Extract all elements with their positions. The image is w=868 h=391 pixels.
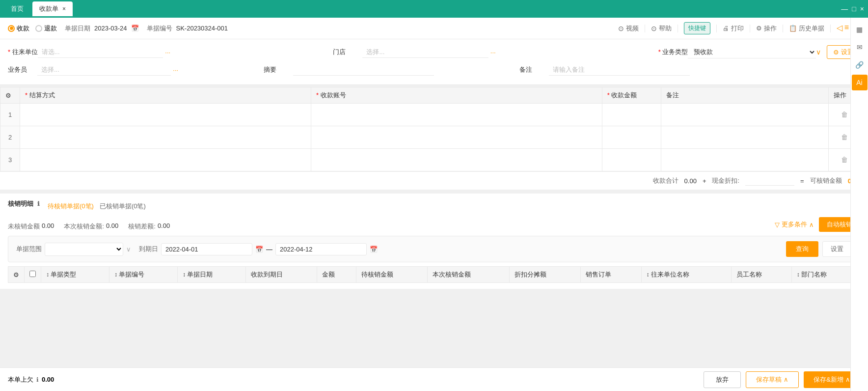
date-from-input[interactable] (161, 243, 252, 255)
settings-icon: ⚙ (833, 49, 839, 56)
bottom-info-icon[interactable]: ℹ (36, 376, 39, 383)
data-table-settings-header[interactable]: ⚙ (8, 267, 25, 283)
row-delete-icon-1[interactable]: 🗑 (841, 111, 848, 119)
verify-tab-pending[interactable]: 待核销单据(0笔) (48, 202, 94, 211)
table-settings-icon[interactable]: ⚙ (5, 92, 11, 99)
tab-home[interactable]: 首页 (4, 1, 30, 16)
operation-icon: ⚙ (756, 25, 762, 32)
query-button[interactable]: 查询 (786, 241, 818, 257)
row-num-2: 2 (0, 126, 20, 149)
calendar-to-icon[interactable]: 📅 (370, 246, 378, 253)
operation-action[interactable]: ⚙ 操作 (756, 24, 777, 33)
row-num-1: 1 (0, 104, 20, 126)
data-settings-icon[interactable]: ⚙ (13, 271, 19, 279)
maximize-icon[interactable]: □ (852, 5, 856, 13)
calendar-from-icon[interactable]: 📅 (255, 246, 263, 253)
form-row-1: 往来单位 ··· 门店 ··· 业务类型 预收款 ∨ ⚙ 设置 (8, 45, 860, 59)
verify-tab-done[interactable]: 已核销单据(0笔) (100, 202, 146, 211)
window-close-icon[interactable]: × (860, 5, 864, 13)
remark-field: 备注 (519, 64, 690, 76)
separator-6 (830, 25, 831, 32)
row-delete-icon-3[interactable]: 🗑 (841, 156, 848, 164)
row-settlement-2[interactable] (20, 126, 311, 149)
separator-3 (716, 25, 717, 32)
summary-label: 摘要 (264, 65, 293, 74)
due-date-field: 到期日 📅 — 📅 (139, 243, 378, 255)
store-input[interactable] (362, 46, 488, 58)
verify-info-icon[interactable]: ℹ (37, 200, 40, 207)
row-account-2[interactable] (311, 126, 602, 149)
table-settings-header[interactable]: ⚙ (0, 87, 20, 104)
counterpart-field: 往来单位 ··· (8, 46, 170, 58)
row-settlement-3[interactable] (20, 149, 311, 171)
print-action[interactable]: 🖨 打印 (723, 24, 744, 33)
data-table-checkbox-header[interactable] (25, 267, 41, 283)
shortcut-button[interactable]: 快捷键 (684, 22, 710, 34)
video-action[interactable]: ⊙ 视频 (618, 24, 639, 33)
sidebar-icon-table[interactable]: ▦ (852, 22, 868, 37)
save-draft-button[interactable]: 保存草稿 ∧ (746, 371, 799, 388)
filter-icon: ▽ (775, 221, 780, 228)
separator-5 (783, 25, 783, 32)
view-list-icon[interactable]: ◁ (837, 23, 842, 33)
help-action[interactable]: ⊙ 帮助 (651, 24, 672, 33)
diff-stat: 核销差额: 0.00 (128, 222, 170, 231)
data-col-pending: 待核销金额 (356, 267, 427, 283)
minimize-icon[interactable]: — (841, 5, 848, 13)
bill-range-label: 单据范围 (16, 245, 42, 253)
row-account-3[interactable] (311, 149, 602, 171)
row-delete-icon-2[interactable]: 🗑 (841, 133, 848, 141)
summary-input[interactable] (293, 64, 434, 76)
radio-receipt[interactable]: 收款 (8, 24, 29, 33)
discount-input[interactable] (745, 176, 794, 186)
biz-type-field: 业务类型 预收款 ∨ (658, 46, 821, 58)
row-amount-2[interactable] (602, 126, 661, 149)
bill-range-select[interactable] (45, 243, 123, 256)
row-account-1[interactable] (311, 104, 602, 126)
bill-no-label: 单据编号 (147, 24, 172, 33)
tab-close-icon[interactable]: × (62, 5, 66, 12)
view-grid-icon[interactable]: ≡ (844, 23, 849, 33)
history-icon: 📋 (789, 25, 797, 32)
row-amount-1[interactable] (602, 104, 661, 126)
store-more-icon[interactable]: ··· (490, 49, 496, 56)
filter-settings-button[interactable]: 设置 (822, 241, 852, 257)
more-conditions-btn[interactable]: ▽ 更多条件 ∧ (775, 220, 814, 229)
remark-label: 备注 (519, 65, 549, 74)
video-label: 视频 (626, 24, 639, 33)
unverified-val: 0.00 (42, 222, 54, 231)
sales-rep-more-icon[interactable]: ··· (173, 66, 178, 74)
radio-refund[interactable]: 退款 (35, 24, 57, 33)
sidebar-icon-mail[interactable]: ✉ (852, 39, 868, 55)
sidebar-icon-ai[interactable]: Ai (852, 75, 868, 90)
row-settlement-1[interactable] (20, 104, 311, 126)
history-action[interactable]: 📋 历史单据 (789, 24, 824, 33)
row-amount-3[interactable] (602, 149, 661, 171)
more-conditions-chevron: ∧ (809, 221, 814, 228)
tab-receipt-label: 收款单 (39, 4, 58, 13)
select-all-checkbox[interactable] (29, 271, 36, 277)
data-table: ⚙ ↕ 单据类型 ↕ 单据编号 ↕ 单据日期 收款到期日 金额 待核销金额 本次… (8, 266, 860, 283)
calendar-icon[interactable]: 📅 (131, 25, 139, 32)
print-icon: 🖨 (723, 25, 729, 32)
counterpart-more-icon[interactable]: ··· (165, 49, 170, 56)
sales-rep-input[interactable] (37, 64, 171, 76)
receipt-table-area: ⚙ * 结算方式 * 收款账号 * 收款金额 备注 操作 (0, 87, 868, 190)
tab-receipt[interactable]: 收款单 × (32, 1, 73, 16)
verify-tabs: 待核销单据(0笔) 已核销单据(0笔) (48, 202, 146, 211)
biz-type-select[interactable]: 预收款 (688, 46, 816, 58)
date-separator: — (266, 246, 272, 253)
remark-input[interactable] (549, 64, 690, 76)
sidebar-icon-link[interactable]: 🔗 (852, 57, 868, 73)
row-remark-1[interactable] (661, 104, 828, 126)
save-new-chevron-icon: ∧ (845, 376, 850, 383)
save-draft-chevron-icon: ∧ (784, 376, 788, 383)
counterpart-input[interactable] (38, 46, 163, 58)
bottom-info: 本单上欠 ℹ 0.00 (8, 375, 54, 384)
row-remark-3[interactable] (661, 149, 828, 171)
row-remark-2[interactable] (661, 126, 828, 149)
date-to-input[interactable] (275, 243, 367, 255)
total-label: 收款合计 (653, 176, 678, 185)
receipt-table-wrapper: ⚙ * 结算方式 * 收款账号 * 收款金额 备注 操作 (0, 87, 868, 171)
abandon-button[interactable]: 放弃 (704, 371, 741, 388)
